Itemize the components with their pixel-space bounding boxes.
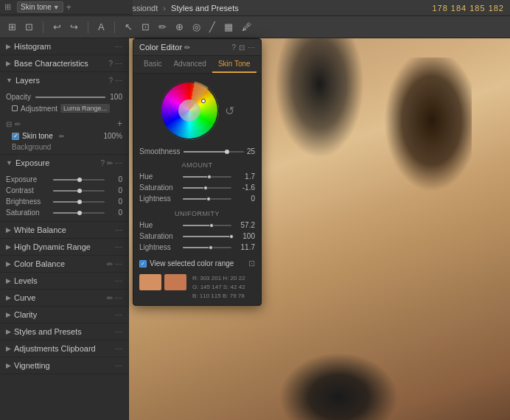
toolbar-icon-gradient[interactable]: ▦ — [222, 20, 235, 34]
toolbar-icon-redo[interactable]: ↪ — [68, 20, 80, 34]
smoothness-track[interactable] — [184, 151, 244, 153]
levels-more-icon[interactable]: ⋯ — [115, 277, 122, 285]
exposure-slider-track[interactable] — [53, 179, 105, 181]
styles-presets-header[interactable]: ▶ Styles and Presets ⋯ — [0, 323, 128, 340]
view-selected-checkbox[interactable]: ✓ — [139, 260, 147, 267]
lightness-amount-track[interactable] — [183, 198, 231, 200]
wheel-handle[interactable] — [201, 99, 206, 103]
color-editor-options-icon[interactable]: ⊡ — [239, 43, 245, 52]
toolbar-icon-heal[interactable]: ⊕ — [173, 20, 186, 34]
chevron-right-icon-wb: ▶ — [6, 226, 11, 234]
base-characteristics-header[interactable]: ▶ Base Characteristics ? ⋯ — [0, 55, 128, 71]
vignetting-header[interactable]: ▶ Vignetting ⋯ — [0, 357, 128, 374]
color-balance-header[interactable]: ▶ Color Balance ✏ ⋯ — [0, 256, 128, 272]
toolbar-icon-crop[interactable]: ⊡ — [139, 20, 152, 34]
view-icon[interactable]: ⊡ — [248, 259, 255, 268]
base-char-more-icon[interactable]: ⋯ — [115, 60, 122, 68]
layers-tool-brush[interactable]: ✏ — [15, 120, 21, 128]
exposure-more-icon[interactable]: ⋯ — [115, 159, 122, 167]
color-editor-edit-icon[interactable]: ✏ — [184, 43, 190, 52]
layers-add-button[interactable]: + — [117, 119, 122, 129]
histogram-header[interactable]: ▶ Histogram ⋯ — [0, 38, 128, 55]
layers-help-icon[interactable]: ? — [108, 77, 113, 85]
skin-tone-checkbox[interactable]: ✓ — [12, 133, 19, 140]
swatch-2[interactable] — [164, 274, 186, 290]
clarity-header[interactable]: ▶ Clarity ⋯ — [0, 307, 128, 323]
cb-more-icon[interactable]: ⋯ — [115, 260, 122, 268]
toolbar-icon-text[interactable]: A — [96, 20, 107, 34]
toolbar-icon-picker[interactable]: 🖉 — [240, 20, 254, 34]
curve-section: ▶ Curve ✏ ⋯ — [0, 290, 128, 307]
saturation-val: 0 — [108, 209, 122, 217]
white-balance-section: ▶ White Balance ⋯ — [0, 222, 128, 239]
white-balance-header[interactable]: ▶ White Balance ⋯ — [0, 222, 128, 238]
exposure-help-icon[interactable]: ? — [100, 159, 105, 167]
styles-presets-label: Styles and Presets — [14, 327, 82, 336]
saturation-track[interactable] — [53, 212, 105, 214]
curve-edit-icon[interactable]: ✏ — [107, 294, 113, 302]
adjclip-more-icon[interactable]: ⋯ — [115, 345, 122, 353]
histogram-more-icon[interactable]: ⋯ — [115, 43, 122, 51]
swatch-1[interactable] — [139, 274, 161, 290]
luma-badge[interactable]: Luma Range... — [60, 104, 110, 113]
left-panel: ⊞ Skin tone ▼ + ▶ Histogram ⋯ ▶ Base Cha… — [0, 38, 129, 420]
background-label: Background — [12, 143, 51, 151]
chevron-down-icon-exposure: ▼ — [6, 159, 13, 167]
brightness-track[interactable] — [53, 201, 105, 203]
toolbar-icon-brush[interactable]: ✏ — [156, 20, 169, 34]
hue-uniformity-track[interactable] — [183, 225, 231, 226]
toolbar-icon-undo[interactable]: ↩ — [51, 20, 63, 34]
wheel-center — [178, 99, 200, 122]
exposure-edit-icon[interactable]: ✏ — [107, 159, 113, 167]
histogram-section: ▶ Histogram ⋯ — [0, 38, 128, 55]
layers-more-icon[interactable]: ⋯ — [115, 77, 122, 85]
color-wheel[interactable] — [160, 81, 219, 140]
brightness-slider-row: Brightness 0 — [6, 196, 122, 207]
exposure-header[interactable]: ▼ Exposure ? ✏ ⋯ — [0, 155, 128, 171]
contrast-slider-row: Contrast 0 — [6, 185, 122, 196]
chevron-right-icon-hdr: ▶ — [6, 243, 11, 251]
wb-more-icon[interactable]: ⋯ — [115, 226, 122, 234]
chevron-right-icon-2: ▶ — [6, 60, 11, 67]
color-editor-more-icon[interactable]: ⋯ — [248, 43, 255, 52]
toolbar-icon-2[interactable]: ⊡ — [23, 20, 35, 34]
cb-edit-icon[interactable]: ✏ — [107, 260, 113, 268]
curve-header[interactable]: ▶ Curve ✏ ⋯ — [0, 290, 128, 306]
styles-more-icon[interactable]: ⋯ — [115, 328, 122, 336]
base-char-help-icon[interactable]: ? — [108, 60, 113, 68]
tab-advanced[interactable]: Advanced — [167, 56, 212, 73]
layers-tool-1[interactable]: ⊟ — [6, 120, 12, 128]
hue-uniformity-label: Hue — [139, 221, 180, 229]
swatch-1-wrap — [139, 274, 161, 301]
opacity-slider[interactable] — [35, 97, 105, 98]
hdr-header[interactable]: ▶ High Dynamic Range ⋯ — [0, 239, 128, 255]
color-editor-title: Color Editor — [139, 43, 182, 52]
contrast-track[interactable] — [53, 190, 105, 192]
clarity-more-icon[interactable]: ⋯ — [115, 311, 122, 319]
toolbar-icon-cursor[interactable]: ↖ — [122, 20, 135, 34]
adjustment-row: Adjustment Luma Range... — [6, 102, 122, 114]
chevron-down-icon-layers: ▼ — [6, 77, 13, 84]
chevron-right-icon-styles: ▶ — [6, 328, 11, 335]
wheel-reset-button[interactable]: ↺ — [225, 104, 234, 118]
vig-more-icon[interactable]: ⋯ — [115, 362, 122, 370]
color-balance-label: Color Balance — [14, 259, 65, 268]
lightness-uniformity-track[interactable] — [183, 247, 231, 248]
hdr-more-icon[interactable]: ⋯ — [115, 243, 122, 251]
tab-basic[interactable]: Basic — [138, 56, 167, 73]
curve-more-icon[interactable]: ⋯ — [115, 294, 122, 302]
toolbar-icon-line[interactable]: ╱ — [207, 20, 217, 34]
adjustments-clipboard-header[interactable]: ▶ Adjustments Clipboard ⋯ — [0, 340, 128, 357]
opacity-label: Opacity — [6, 93, 31, 101]
toolbar-icon-1[interactable]: ⊞ — [6, 20, 18, 34]
hue-amount-track[interactable] — [183, 176, 231, 178]
layers-header[interactable]: ▼ Layers ? ⋯ — [0, 72, 128, 88]
saturation-amount-track[interactable] — [183, 187, 231, 189]
color-editor-help-icon[interactable]: ? — [231, 43, 236, 52]
smoothness-value: 25 — [247, 147, 255, 155]
layers-label: Layers — [15, 76, 40, 85]
toolbar-icon-clone[interactable]: ◎ — [190, 20, 203, 34]
tab-skin-tone[interactable]: Skin Tone — [212, 56, 256, 73]
levels-header[interactable]: ▶ Levels ⋯ — [0, 273, 128, 289]
saturation-uniformity-track[interactable] — [183, 236, 231, 237]
